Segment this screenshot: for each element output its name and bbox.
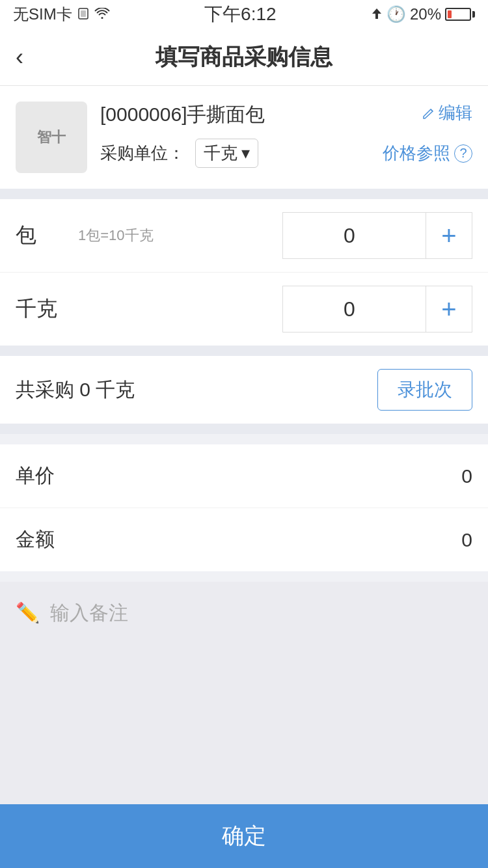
bao-controls: + bbox=[164, 212, 472, 259]
amount-row: 金额 0 bbox=[0, 508, 488, 571]
kg-quantity-input[interactable] bbox=[282, 286, 426, 332]
product-header: [0000006]手撕面包 编辑 bbox=[100, 102, 472, 128]
unit-price-row: 单价 0 bbox=[0, 444, 488, 508]
summary-row: 共采购 0 千克 录批次 bbox=[0, 356, 488, 424]
sim-icon bbox=[77, 5, 89, 23]
product-unit-row: 采购单位： 千克 ▾ 价格参照 ? bbox=[100, 139, 472, 168]
dropdown-arrow: ▾ bbox=[241, 143, 250, 163]
location-icon bbox=[371, 5, 383, 23]
edit-link[interactable]: 编辑 bbox=[422, 102, 472, 124]
price-ref-label: 价格参照 bbox=[383, 142, 450, 165]
product-section: 智十 [0000006]手撕面包 编辑 采购单位： 千克 ▾ 价格参照 bbox=[0, 86, 488, 189]
amount-value: 0 bbox=[461, 529, 472, 551]
input-section: 包 1包=10千克 + 千克 + bbox=[0, 199, 488, 346]
bao-sub: 1包=10千克 bbox=[78, 226, 154, 245]
section-divider-2 bbox=[0, 346, 488, 356]
battery-indicator bbox=[445, 8, 475, 21]
page-title: 填写商品采购信息 bbox=[156, 42, 332, 72]
wifi-icon bbox=[94, 5, 110, 23]
battery-percent: 20% bbox=[410, 5, 441, 23]
notes-placeholder: 输入备注 bbox=[50, 600, 128, 627]
status-bar: 无SIM卡 下午6:12 🕐 20% bbox=[0, 0, 488, 29]
alarm-icon: 🕐 bbox=[386, 5, 406, 23]
product-image: 智十 bbox=[16, 102, 87, 173]
section-divider-1 bbox=[0, 189, 488, 199]
nav-bar: ‹ 填写商品采购信息 bbox=[0, 29, 488, 86]
unit-price-label: 单价 bbox=[16, 463, 55, 489]
status-time: 下午6:12 bbox=[204, 2, 277, 27]
carrier-text: 无SIM卡 bbox=[13, 4, 72, 25]
kg-input-row: 千克 + bbox=[0, 273, 488, 346]
kg-label: 千克 bbox=[16, 295, 68, 323]
product-name: [0000006]手撕面包 bbox=[100, 102, 265, 128]
summary-text: 共采购 0 千克 bbox=[16, 377, 135, 403]
back-button[interactable]: ‹ bbox=[16, 44, 23, 71]
pencil-icon: ✏️ bbox=[16, 601, 40, 624]
kg-controls: + bbox=[78, 286, 472, 332]
batch-button[interactable]: 录批次 bbox=[377, 369, 472, 411]
bao-label: 包 bbox=[16, 221, 68, 250]
price-ref-button[interactable]: 价格参照 ? bbox=[383, 142, 472, 165]
price-section: 单价 0 金额 0 bbox=[0, 444, 488, 571]
bao-plus-button[interactable]: + bbox=[426, 212, 472, 259]
confirm-bar[interactable]: 确定 bbox=[0, 804, 488, 868]
price-ref-icon: ? bbox=[454, 144, 472, 163]
unit-dropdown[interactable]: 千克 ▾ bbox=[195, 139, 258, 168]
bao-input-row: 包 1包=10千克 + bbox=[0, 199, 488, 273]
unit-prefix-label: 采购单位： bbox=[100, 143, 185, 163]
status-right: 🕐 20% bbox=[371, 5, 475, 23]
unit-value: 千克 bbox=[204, 142, 237, 165]
unit-price-value: 0 bbox=[461, 465, 472, 487]
status-left: 无SIM卡 bbox=[13, 4, 110, 25]
svg-rect-1 bbox=[81, 10, 86, 17]
amount-label: 金额 bbox=[16, 526, 55, 553]
notes-section[interactable]: ✏️ 输入备注 bbox=[0, 582, 488, 829]
confirm-label: 确定 bbox=[222, 821, 266, 851]
kg-plus-button[interactable]: + bbox=[426, 286, 472, 332]
product-info: [0000006]手撕面包 编辑 采购单位： 千克 ▾ 价格参照 ? bbox=[100, 102, 472, 168]
bao-quantity-input[interactable] bbox=[282, 212, 426, 259]
section-divider-3 bbox=[0, 424, 488, 434]
